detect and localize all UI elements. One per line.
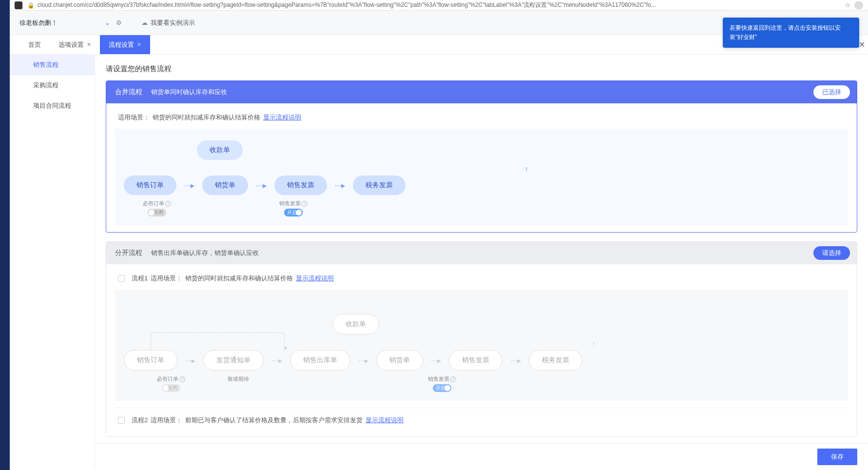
- close-icon[interactable]: ✕: [859, 40, 865, 49]
- main: 销售流程 采购流程 项目合同流程 请设置您的销售流程 合并流程 销货单同时确认库…: [10, 55, 868, 470]
- scenario-label: 适用场景：: [151, 274, 182, 283]
- invoice-toggle[interactable]: 开启: [433, 384, 451, 392]
- flow2-name: 流程2: [132, 416, 148, 425]
- node-invoice: 销售发票: [274, 176, 327, 195]
- page-title: 请设置您的销售流程: [106, 64, 857, 74]
- node-sales: 销货单: [202, 176, 248, 195]
- flow1-name: 流程1: [132, 274, 148, 283]
- scenario-label: 适用场景：: [118, 113, 150, 122]
- install-notification: 若要快速返回到这里，请点击安装按钮以安装"好业财": [723, 18, 859, 48]
- meta-notice: 敬请期待: [205, 375, 272, 392]
- arrow-right-icon: ···▸: [184, 181, 194, 190]
- arrow-up-icon: ↑: [213, 165, 839, 174]
- selected-button[interactable]: 已选择: [813, 85, 850, 99]
- meta-invoice: 销售发票? 开启: [274, 200, 313, 216]
- arrow-right-icon: ···▸: [256, 181, 266, 190]
- split-header: 分开流程 销售出库单确认库存，销货单确认应收 请选择: [106, 242, 857, 264]
- help-icon[interactable]: ?: [450, 376, 456, 382]
- merged-title: 合并流程: [115, 88, 142, 97]
- dashed-arrow: [151, 333, 285, 350]
- flow2-scenario: 流程2 适用场景： 前期已与客户确认了结算价格及数量，后期按客户需求安排发货 显…: [115, 413, 848, 436]
- tab-flow-settings[interactable]: 流程设置 ✕: [100, 35, 150, 54]
- demo-link[interactable]: ☁ 我要看实例演示: [141, 19, 195, 27]
- arrow-right-icon: ···▸: [185, 356, 195, 365]
- scenario-row: 适用场景： 销货的同时就扣减库存和确认结算价格 显示流程说明: [115, 110, 848, 129]
- site-icon: [15, 1, 22, 9]
- show-flow-link[interactable]: 显示流程说明: [296, 274, 334, 283]
- split-body: 流程1 适用场景： 销货的同时就扣减库存和确认结算价格 显示流程说明 收款单 ↑…: [106, 264, 857, 436]
- header: 徐老板勿删！ ⌄ ⚙ ☁ 我要看实例演示 若要快速返回到这里，请点击安装按钮以安…: [10, 11, 868, 35]
- node-receipt: 收款单: [197, 140, 243, 160]
- tab-label: 流程设置: [109, 40, 134, 49]
- scenario-text: 销货的同时就扣减库存和确认结算价格: [153, 113, 260, 122]
- url-actions: ☆: [845, 1, 863, 10]
- node-order: 销售订单: [124, 350, 177, 371]
- url-bar: 🔒 cloud.chanjet.com/cc/d0d85qwnyci/37bfs…: [10, 0, 868, 11]
- content: 请设置您的销售流程 合并流程 销货单同时确认库存和应收 已选择 适用场景： 销货…: [95, 55, 868, 470]
- node-tax: 税务发票: [529, 350, 582, 371]
- lock-icon: 🔒: [27, 2, 35, 9]
- node-receipt: 收款单: [332, 314, 379, 334]
- select-button[interactable]: 请选择: [813, 246, 850, 260]
- footer: 保存: [95, 443, 868, 470]
- scenario-text: 销货的同时就扣减库存和确认结算价格: [185, 274, 293, 283]
- tab-home[interactable]: 首页: [19, 35, 50, 54]
- split-subtitle: 销售出库单确认库存，销货单确认应收: [151, 249, 259, 257]
- merged-flow-card: 合并流程 销货单同时确认库存和应收 已选择 适用场景： 销货的同时就扣减库存和确…: [106, 80, 857, 233]
- merged-header: 合并流程 销货单同时确认库存和应收 已选择: [106, 81, 857, 103]
- node-outbound: 销售出库单: [290, 350, 350, 371]
- arrow-right-icon: ···▸: [358, 356, 368, 365]
- node-tax: 税务发票: [353, 176, 405, 195]
- help-icon[interactable]: ?: [179, 376, 185, 382]
- scenario-text: 前期已与客户确认了结算价格及数量，后期按客户需求安排发货: [185, 416, 363, 425]
- invoice-toggle[interactable]: 开启: [284, 209, 303, 216]
- meta-order: 必有订单? 关闭: [137, 200, 176, 216]
- avatar-icon[interactable]: [854, 1, 863, 10]
- sidebar: 销售流程 采购流程 项目合同流程: [10, 55, 95, 470]
- sidebar-item-purchase[interactable]: 采购流程: [10, 75, 95, 96]
- arrow-right-icon: ···▸: [431, 356, 441, 365]
- url-text: cloud.chanjet.com/cc/d0d85qwnyci/37bfskc…: [38, 1, 841, 9]
- meta-invoice: 销售发票? 开启: [408, 375, 476, 392]
- flow1-diagram: 收款单 ↑ 销售订单 ···▸ 发货通知单 ···▸ 销售出库单 ···▸ 销货…: [115, 290, 848, 401]
- arrow-right-icon: ···▸: [335, 181, 345, 190]
- sidebar-item-contract[interactable]: 项目合同流程: [10, 96, 95, 116]
- order-toggle[interactable]: 关闭: [148, 209, 166, 216]
- node-invoice: 销售发票: [449, 350, 502, 371]
- show-flow-link[interactable]: 显示流程说明: [263, 113, 301, 122]
- meta-order: 必有订单? 关闭: [137, 375, 205, 392]
- close-icon[interactable]: ✕: [87, 41, 91, 48]
- gear-icon[interactable]: ⚙: [116, 19, 122, 26]
- star-icon[interactable]: ☆: [845, 1, 850, 9]
- help-icon[interactable]: ?: [302, 201, 308, 207]
- help-icon[interactable]: ?: [165, 201, 171, 207]
- tab-label: 首页: [28, 40, 41, 49]
- node-sales: 销货单: [376, 350, 423, 371]
- order-toggle[interactable]: 关闭: [162, 384, 180, 392]
- merged-diagram: 收款单 ↑ 销售订单 ···▸ 销货单 ···▸ 销售发票 ···▸ 税务发票: [115, 129, 848, 225]
- scenario-label: 适用场景：: [151, 416, 182, 425]
- node-order: 销售订单: [124, 176, 176, 195]
- arrow-right-icon: ···▸: [510, 356, 521, 365]
- flow1-scenario: 流程1 适用场景： 销货的同时就扣减库存和确认结算价格 显示流程说明: [115, 271, 848, 290]
- split-flow-card: 分开流程 销售出库单确认库存，销货单确认应收 请选择 流程1 适用场景： 销货的…: [106, 241, 857, 437]
- show-flow-link[interactable]: 显示流程说明: [366, 416, 404, 425]
- arrow-up-icon: ↑: [348, 339, 839, 348]
- flow2-checkbox[interactable]: [118, 417, 125, 424]
- demo-text: 我要看实例演示: [151, 19, 195, 27]
- tab-options[interactable]: 选项设置 ✕: [50, 35, 100, 54]
- chevron-down-icon: ⌄: [105, 19, 110, 26]
- merged-subtitle: 销货单同时确认库存和应收: [151, 88, 227, 97]
- notif-text: 若要快速返回到这里，请点击安装按钮以安装"好业财": [730, 24, 841, 40]
- sidebar-item-sales[interactable]: 销售流程: [10, 55, 95, 75]
- close-icon[interactable]: ✕: [137, 41, 141, 48]
- merged-body: 适用场景： 销货的同时就扣减库存和确认结算价格 显示流程说明 收款单 ↑ 销售订…: [106, 103, 857, 225]
- cloud-icon: ☁: [141, 19, 148, 26]
- arrow-right-icon: ···▸: [271, 356, 282, 365]
- tab-label: 选项设置: [58, 40, 84, 49]
- node-notice: 发货通知单: [203, 350, 264, 371]
- save-button[interactable]: 保存: [817, 449, 857, 465]
- flow1-checkbox[interactable]: [118, 275, 125, 282]
- org-selector[interactable]: 徐老板勿删！ ⌄ ⚙: [19, 19, 122, 27]
- split-title: 分开流程: [115, 249, 142, 257]
